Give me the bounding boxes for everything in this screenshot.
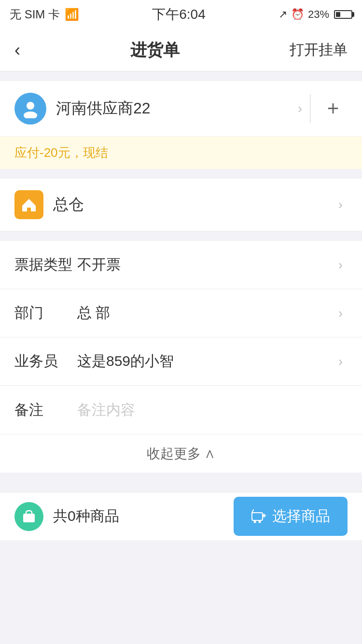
house-icon (20, 196, 38, 213)
battery-label: 23% (308, 8, 329, 21)
carrier-label: 无 SIM 卡 (10, 7, 60, 22)
supplier-section: 河南供应商22 › + 应付-20元，现结 (0, 81, 362, 169)
warehouse-section: 总仓 › (0, 179, 362, 231)
notice-text: 应付-20元，现结 (14, 145, 108, 160)
supplier-name: 河南供应商22 (56, 98, 298, 119)
cart-plus-icon (251, 509, 266, 524)
vertical-separator (310, 94, 311, 123)
salesman-row[interactable]: 业务员 这是859的小智 › (0, 337, 362, 386)
person-icon (21, 99, 40, 118)
svg-point-4 (254, 520, 256, 523)
location-icon: ↗ (278, 8, 287, 21)
notice-bar: 应付-20元，现结 (0, 137, 362, 169)
status-time: 下午6:04 (152, 5, 206, 24)
remark-row[interactable]: 备注 备注内容 (0, 386, 362, 434)
invoice-label: 票据类型 (14, 255, 77, 275)
department-chevron-icon: › (338, 306, 343, 321)
svg-rect-3 (252, 513, 263, 520)
battery-icon (334, 10, 352, 19)
section-gap-3 (0, 231, 362, 241)
supplier-chevron-icon: › (298, 101, 302, 116)
invoice-row[interactable]: 票据类型 不开票 › (0, 241, 362, 289)
product-icon (14, 502, 43, 531)
section-gap-1 (0, 71, 362, 81)
section-gap-4 (0, 473, 362, 482)
status-bar: 无 SIM 卡 📶 下午6:04 ↗ ⏰ 23% (0, 0, 362, 29)
status-left: 无 SIM 卡 📶 (10, 7, 79, 22)
remark-label: 备注 (14, 400, 77, 420)
department-label: 部门 (14, 303, 77, 323)
salesman-chevron-icon: › (338, 354, 343, 369)
collapse-label: 收起更多 ∧ (147, 445, 216, 463)
svg-rect-2 (23, 514, 35, 522)
form-section: 票据类型 不开票 › 部门 总 部 › 业务员 这是859的小智 › 备注 备注… (0, 241, 362, 434)
wifi-icon: 📶 (65, 8, 79, 21)
alarm-icon: ⏰ (291, 8, 304, 21)
section-gap-2 (0, 169, 362, 179)
status-right: ↗ ⏰ 23% (278, 8, 352, 21)
collapse-bar[interactable]: 收起更多 ∧ (0, 434, 362, 473)
remark-placeholder: 备注内容 (77, 400, 348, 420)
warehouse-name: 总仓 (53, 194, 338, 215)
invoice-value: 不开票 (77, 255, 338, 275)
bag-icon (20, 508, 38, 525)
svg-point-5 (259, 520, 261, 523)
bottom-bar: 共0种商品 选择商品 (0, 492, 362, 540)
back-button[interactable]: ‹ (14, 42, 20, 59)
supplier-avatar (14, 93, 46, 125)
warehouse-icon (14, 190, 43, 219)
open-pending-button[interactable]: 打开挂单 (290, 40, 348, 60)
warehouse-chevron-icon: › (338, 197, 343, 212)
warehouse-row[interactable]: 总仓 › (0, 179, 362, 231)
nav-bar: ‹ 进货单 打开挂单 (0, 29, 362, 71)
salesman-value: 这是859的小智 (77, 351, 338, 371)
svg-point-1 (24, 112, 37, 118)
supplier-row[interactable]: 河南供应商22 › + (0, 81, 362, 137)
product-count-label: 共0种商品 (53, 506, 234, 526)
invoice-chevron-icon: › (338, 257, 343, 273)
salesman-label: 业务员 (14, 351, 77, 371)
page-title: 进货单 (130, 39, 180, 61)
select-product-label: 选择商品 (272, 506, 330, 526)
svg-point-0 (27, 102, 34, 110)
department-row[interactable]: 部门 总 部 › (0, 289, 362, 337)
department-value: 总 部 (77, 303, 338, 323)
add-button[interactable]: + (319, 94, 348, 123)
select-product-button[interactable]: 选择商品 (234, 497, 348, 536)
